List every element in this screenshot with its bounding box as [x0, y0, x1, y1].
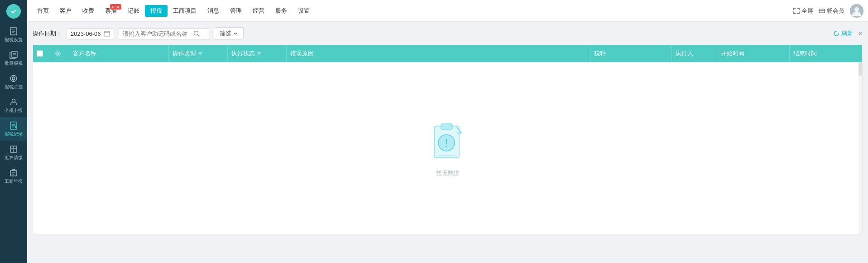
sidebar-item-label: 报税设置	[5, 37, 23, 43]
nav-right: 全屏 畅会员	[793, 4, 863, 18]
date-label: 操作日期：	[33, 29, 62, 38]
svg-point-17	[15, 126, 17, 128]
empty-illustration	[427, 119, 468, 165]
sidebar: 报税设置 批量报税 报税总览	[0, 0, 27, 263]
search-box[interactable]	[119, 28, 209, 39]
filter-button[interactable]: 筛选	[214, 27, 244, 40]
col-execution-status: 执行状态	[228, 45, 287, 62]
member-button[interactable]: 畅会员	[819, 7, 844, 15]
user-avatar[interactable]	[850, 4, 863, 18]
calendar-icon	[104, 30, 110, 37]
sidebar-item-baoshui-shezhi[interactable]: 报税设置	[0, 23, 27, 46]
col-error-reason: 错误原因	[287, 45, 590, 62]
filter-icon-2	[257, 51, 261, 56]
nav-customer[interactable]: 客户	[54, 5, 77, 17]
svg-line-33	[197, 35, 199, 37]
huisuan-jiaona-icon	[9, 144, 19, 154]
sidebar-item-label: 工商年报	[5, 179, 23, 184]
sidebar-item-gongshang-nianbao[interactable]: 工商年报	[0, 164, 27, 188]
filter-label: 筛选	[220, 29, 231, 38]
nav-home[interactable]: 首页	[32, 5, 54, 17]
baoshui-shezhi-icon	[9, 26, 19, 36]
sidebar-item-label: 汇算清缴	[5, 155, 23, 161]
svg-point-39	[446, 146, 447, 147]
baoshui-zonglian-icon	[9, 73, 19, 83]
fullscreen-label: 全屏	[801, 7, 813, 15]
fullscreen-button[interactable]: 全屏	[793, 7, 813, 15]
avatar-icon	[850, 4, 863, 18]
table-container: 客户名称 操作类型 执行状态 错	[33, 44, 863, 235]
nav-shezhi[interactable]: 设置	[293, 5, 315, 17]
content: 操作日期： 2023-06-06	[27, 22, 868, 263]
nav-gongshang-xiangmu[interactable]: 工商项目	[168, 5, 202, 17]
nav-jingying[interactable]: 经营	[247, 5, 270, 17]
close-button[interactable]: ×	[858, 29, 863, 39]
svg-rect-21	[10, 170, 17, 176]
date-value: 2023-06-06	[71, 30, 101, 37]
col-end-time: 结束时间	[790, 45, 862, 62]
search-icon	[193, 30, 200, 37]
nav-fuwu[interactable]: 服务	[270, 5, 293, 17]
svg-point-27	[854, 7, 859, 12]
svg-rect-5	[12, 51, 17, 58]
piaoju-badge: new	[110, 4, 121, 10]
member-label: 畅会员	[827, 7, 844, 15]
main-area: 首页 客户 收费 票据 new 记账 报税 工商项目 消息 管理 经营 服务 设…	[27, 0, 868, 263]
chevron-down-icon	[233, 31, 238, 36]
refresh-button[interactable]: 刷新	[833, 29, 853, 38]
filter-icon	[198, 51, 202, 56]
col-checkbox[interactable]	[33, 45, 51, 62]
logo-icon	[6, 4, 21, 19]
svg-rect-24	[819, 9, 825, 13]
fullscreen-icon	[793, 8, 800, 14]
svg-rect-36	[441, 124, 452, 129]
content-main: 操作日期： 2023-06-06	[27, 22, 868, 263]
sidebar-item-huisuan-jiaona[interactable]: 汇算清缴	[0, 141, 27, 164]
toolbar: 操作日期： 2023-06-06	[33, 27, 863, 40]
gongshang-nianbao-icon	[9, 168, 19, 178]
empty-text: 暂无数据	[436, 169, 460, 177]
col-start-time: 开始时间	[717, 45, 790, 62]
piliang-baoshui-icon	[9, 50, 19, 60]
nav-piaoju[interactable]: 票据 new	[100, 5, 122, 17]
sidebar-item-label: 报税记录	[5, 132, 23, 137]
nav-guanli[interactable]: 管理	[225, 5, 247, 17]
scroll-thumb[interactable]	[858, 62, 862, 76]
sidebar-item-label: 报税总览	[5, 84, 23, 90]
sidebar-item-baoshui-zonglian[interactable]: 报税总览	[0, 70, 27, 93]
date-input[interactable]: 2023-06-06	[67, 28, 114, 39]
nav-shoufei[interactable]: 收费	[77, 5, 100, 17]
svg-rect-28	[104, 31, 110, 36]
sidebar-item-geshui-shenbao[interactable]: 个税申报	[0, 93, 27, 117]
topnav: 首页 客户 收费 票据 new 记账 报税 工商项目 消息 管理 经营 服务 设…	[27, 0, 868, 22]
col-customer-name: 客户名称	[69, 45, 169, 62]
col-executor: 执行人	[672, 45, 717, 62]
empty-state: 暂无数据	[409, 101, 486, 195]
member-icon	[819, 8, 825, 14]
nav-baoshui[interactable]: 报税	[145, 5, 168, 17]
table-body: 暂无数据	[33, 62, 862, 234]
baoshui-jilu-icon	[9, 121, 19, 131]
sidebar-item-label: 个税申报	[5, 108, 23, 113]
refresh-label: 刷新	[841, 29, 853, 38]
sidebar-item-baoshui-jilu[interactable]: 报税记录	[0, 117, 27, 141]
settings-icon	[55, 50, 61, 57]
refresh-icon	[833, 30, 839, 37]
logo	[0, 0, 27, 23]
sidebar-item-label: 批量报税	[5, 61, 23, 66]
svg-point-9	[12, 77, 15, 80]
col-operation-type: 操作类型	[169, 45, 228, 62]
col-tax-type: 税种	[590, 45, 672, 62]
geshui-shenbao-icon	[9, 97, 19, 107]
col-settings[interactable]	[51, 45, 69, 62]
nav-jizhang[interactable]: 记账	[122, 5, 145, 17]
sidebar-item-piliang-baoshui[interactable]: 批量报税	[0, 46, 27, 70]
search-input[interactable]	[123, 30, 191, 37]
nav-xiaoxi[interactable]: 消息	[202, 5, 225, 17]
scrollbar[interactable]	[858, 62, 862, 234]
svg-point-34	[57, 53, 59, 54]
select-all-checkbox[interactable]	[37, 50, 43, 57]
table-header: 客户名称 操作类型 执行状态 错	[33, 45, 862, 62]
